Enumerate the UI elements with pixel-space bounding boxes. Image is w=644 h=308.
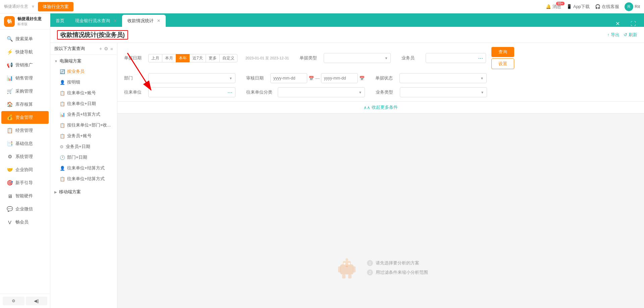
empty-state: 1 请先选择要分析的方案 2 用过滤条件来缩小分析范围	[320, 241, 441, 295]
sidebar-item-nav[interactable]: ⚡ 快捷导航	[1, 46, 49, 58]
scheme-item-detail[interactable]: 👤 按明细	[50, 77, 117, 88]
robot-illustration	[333, 254, 360, 281]
tab-receipts[interactable]: 收款情况统计 ✕	[122, 15, 166, 27]
collapse-icon: ∧∧	[364, 105, 370, 110]
sidebar-item-system[interactable]: ⚙ 系统管理	[1, 150, 49, 163]
counterparty-select[interactable]: ···	[148, 87, 235, 97]
sidebar-item-guide[interactable]: 🎯 新手引导	[1, 176, 49, 189]
sidebar-item-collab[interactable]: 🤝 企业协同	[1, 163, 49, 176]
date-tab-this-month[interactable]: 本月	[162, 54, 176, 62]
sidebar-item-search[interactable]: 🔍 搜索菜单	[1, 33, 49, 45]
review-date-from[interactable]	[270, 73, 307, 83]
scheme-item-dept-date[interactable]: 🕐 部门+日期	[50, 152, 117, 163]
app-download[interactable]: 📱 App下载	[567, 4, 590, 10]
tip-num-1: 1	[367, 260, 373, 266]
tip-item-1: 1 请先选择要分析的方案	[367, 260, 428, 266]
refresh-button[interactable]: ↺ 刷新	[624, 32, 637, 38]
collab-icon: 🤝	[7, 167, 13, 173]
scheme-group-mobile: ▶ 移动端方案	[50, 186, 117, 198]
mobile-group-arrow: ▶	[54, 190, 57, 194]
business-type-select[interactable]: ▼	[400, 87, 487, 97]
unit-account-icon: 📋	[60, 91, 65, 96]
scheme-item-salesman-settle[interactable]: 📊 业务员+结算方式	[50, 109, 117, 120]
scheme-settings-btn[interactable]: ⚙	[104, 46, 108, 51]
doc-status-label: 单据状态	[375, 75, 394, 81]
salesman-more-btn[interactable]: ···	[478, 55, 483, 61]
try-button[interactable]: 体验行业方案	[38, 2, 73, 11]
tab-bar-expand-btn[interactable]: ⛶	[627, 21, 640, 27]
mobile-group-label: 移动端方案	[59, 189, 81, 195]
review-date-to-cal[interactable]: 📅	[359, 76, 365, 81]
export-icon: ↑	[607, 32, 610, 37]
scheme-item-unit-date[interactable]: 📋 往来单位+日期	[50, 98, 117, 109]
sidebar-settings-btn[interactable]: ⚙	[3, 297, 24, 305]
filter-panel: 单据日期 上月 本月 本年 近7天 更多 自定义 2023-01-01 至	[117, 43, 644, 102]
tab-receipts-label: 收款情况统计	[127, 18, 154, 24]
counterparty-more-btn[interactable]: ···	[227, 89, 232, 95]
dept-select[interactable]: ▼	[148, 73, 235, 83]
scheme-add-btn[interactable]: +	[99, 46, 102, 51]
date-tab-more[interactable]: 更多	[206, 54, 219, 62]
pc-group-arrow: ▼	[54, 59, 58, 63]
review-date-to[interactable]	[321, 73, 358, 83]
filter-row-3: 往来单位 ··· 往来单位分类 ▼ 业务类型 ▼	[124, 87, 637, 97]
sidebar: 畅 畅捷通好生意 标准版 🔍 搜索菜单 ⚡ 快捷导航 📢 营销推广 📊 销售管理	[0, 13, 50, 308]
sidebar-item-finance[interactable]: 💰 资金管理	[1, 111, 49, 124]
export-button[interactable]: ↑ 导出	[607, 32, 620, 38]
scheme-group-mobile-header[interactable]: ▶ 移动端方案	[50, 187, 117, 197]
sidebar-item-hardware[interactable]: 🖥 智能硬件	[1, 190, 49, 202]
sidebar-collapse-btn[interactable]: ◀‖	[26, 297, 48, 305]
filter-row-1: 单据日期 上月 本月 本年 近7天 更多 自定义 2023-01-01 至	[124, 47, 637, 69]
date-tab-last-month[interactable]: 上月	[148, 54, 162, 62]
tab-receipts-close[interactable]: ✕	[157, 18, 160, 23]
set-button[interactable]: 设置	[491, 58, 514, 69]
doc-type-arrow: ▼	[384, 56, 388, 60]
scheme-collapse-btn[interactable]: «	[110, 46, 113, 51]
scheme-group-pc-header[interactable]: ▼ 电脑端方案	[50, 56, 117, 66]
scheme-header: 按以下方案查询 + ⚙ «	[50, 43, 117, 55]
svg-point-3	[348, 263, 350, 265]
tip-text-2: 用过滤条件来缩小分析范围	[376, 269, 428, 275]
tab-home[interactable]: 首页	[50, 15, 70, 27]
date-tab-this-year[interactable]: 本年	[176, 54, 190, 62]
tab-cashflow[interactable]: 现金银行流水查询 ✕	[70, 15, 122, 27]
collapse-bar[interactable]: ∧∧ 收起更多条件	[117, 102, 644, 113]
sidebar-item-basic[interactable]: 📑 基础信息	[1, 137, 49, 150]
scheme-item-unit-settle2[interactable]: 📋 往来单位+结算方式	[50, 173, 117, 184]
scheme-item-salesman-date[interactable]: ⚙ 业务员+日期	[50, 141, 117, 152]
sidebar-item-purchase[interactable]: 🛒 采购管理	[1, 85, 49, 98]
message-area[interactable]: 🔔 消息 99+	[546, 4, 561, 10]
scheme-item-salesman-acct[interactable]: 📋 业务员+账号	[50, 131, 117, 141]
inventory-icon: 🏠	[7, 101, 13, 107]
unit-dept-icon: 📋	[60, 123, 65, 128]
date-tab-7days[interactable]: 近7天	[190, 54, 206, 62]
user-avatar[interactable]: R Rit	[625, 2, 640, 11]
counterparty-type-select[interactable]: ▼	[278, 87, 365, 97]
salesman-select[interactable]: ···	[426, 53, 486, 63]
logo-area: 畅 畅捷通好生意 标准版	[0, 13, 50, 30]
sidebar-item-management[interactable]: 📋 经营管理	[1, 124, 49, 137]
query-button[interactable]: 查询	[491, 47, 514, 57]
tab-cashflow-close[interactable]: ✕	[113, 18, 117, 23]
date-tab-custom[interactable]: 自定义	[219, 54, 237, 62]
scheme-item-salesman[interactable]: 🔄 按业务员	[50, 66, 117, 77]
sidebar-item-inventory[interactable]: 🏠 库存核算	[1, 98, 49, 111]
doc-type-select[interactable]: ▼	[324, 53, 391, 63]
sidebar-item-sales[interactable]: 📊 销售管理	[1, 72, 49, 85]
sidebar-label-hardware: 智能硬件	[15, 193, 33, 199]
sidebar-item-wechat[interactable]: 💬 企业微信	[1, 203, 49, 215]
unit-date-label: 往来单位+日期	[67, 101, 96, 107]
scheme-item-unit-dept[interactable]: 📋 按往来单位+部门+收...	[50, 120, 117, 131]
salesman-date-icon: ⚙	[60, 144, 64, 149]
unit-settle1-label: 往来单位+结算方式	[67, 165, 105, 171]
sidebar-item-member[interactable]: V 畅会员	[1, 216, 49, 228]
guide-icon: 🎯	[7, 180, 13, 186]
scheme-item-unit-account[interactable]: 📋 往来单位+账号	[50, 88, 117, 98]
online-service[interactable]: 🎧 在线客服	[595, 4, 619, 10]
scheme-item-unit-settle1[interactable]: 👤 往来单位+结算方式	[50, 163, 117, 173]
tab-bar-close-btn[interactable]: ✕	[611, 20, 624, 27]
sidebar-item-marketing[interactable]: 📢 营销推广	[1, 59, 49, 71]
review-date-label: 审核日期	[246, 75, 265, 81]
review-date-from-cal[interactable]: 📅	[309, 76, 314, 81]
doc-status-select[interactable]: ▼	[399, 73, 487, 83]
